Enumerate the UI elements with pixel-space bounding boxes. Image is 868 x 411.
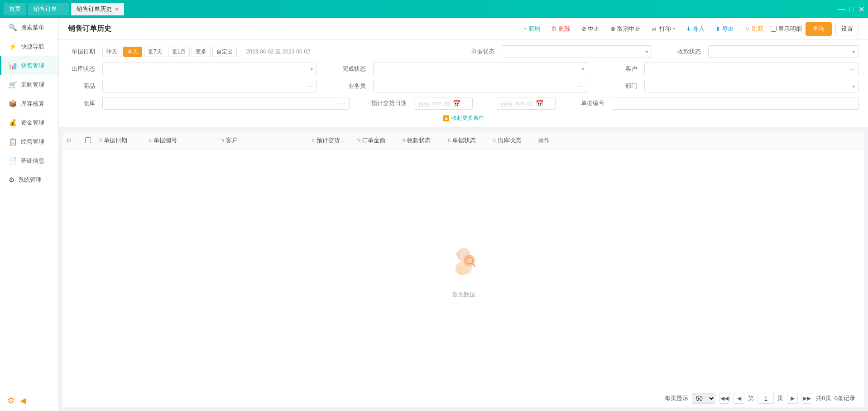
sidebar-item-shortcuts[interactable]: ⚡ 快捷导航 — [0, 37, 58, 56]
th-payment-label: 收款状态 — [407, 136, 431, 145]
th-customer: ⇅ 客户 — [217, 136, 308, 145]
import-button[interactable]: ⬇ 导入 — [682, 23, 708, 35]
tab-home[interactable]: 首页 — [4, 3, 26, 15]
customer-input[interactable]: ··· — [644, 63, 859, 75]
sort-icon-amount[interactable]: ⇅ — [357, 138, 360, 143]
settings-icon[interactable]: ⚙ — [7, 396, 14, 406]
order-status-chevron: ▾ — [646, 49, 648, 54]
sidebar-bottom: ⚙ ◀ — [0, 390, 58, 411]
total-label: 共0页, 0条记录 — [816, 394, 855, 402]
maximize-icon[interactable]: □ — [849, 5, 854, 13]
last-page-button[interactable]: ▶▶ — [801, 393, 812, 404]
warehouse-input[interactable]: ··· — [102, 97, 350, 110]
column-settings-icon[interactable]: ⚙ — [66, 137, 81, 144]
salesman-input[interactable]: ··· — [373, 80, 588, 92]
delivery-status-chevron: ▾ — [311, 67, 313, 72]
select-all-checkbox[interactable] — [81, 137, 95, 143]
sidebar-item-inventory[interactable]: 📦 库存核算 — [0, 94, 58, 113]
sidebar-item-operation[interactable]: 📋 经营管理 — [0, 132, 58, 151]
payment-status-label: 收款状态 — [674, 48, 701, 56]
sidebar-item-finance[interactable]: 💰 资金管理 — [0, 113, 58, 132]
sidebar-item-search[interactable]: 🔍 搜索菜单 — [0, 18, 58, 37]
date-btn-1month[interactable]: 近1月 — [168, 47, 190, 57]
delivery-date-start[interactable]: yyyy-mm-dd 📅 — [414, 97, 473, 110]
empty-illustration — [441, 240, 486, 285]
th-action: 操作 — [534, 136, 861, 145]
first-page-button[interactable]: ◀◀ — [719, 393, 730, 404]
search-icon: 🔍 — [9, 24, 17, 32]
collapse-bar[interactable]: 🔼 收起更多条件 — [68, 114, 859, 122]
stop-button[interactable]: ⊘ 中止 — [578, 23, 604, 35]
sidebar-item-search-label: 搜索菜单 — [21, 24, 44, 32]
page-header: 销售订单历史 + 新增 🗑 删除 ⊘ 中止 ⊗ 取消中止 🖨 🖨 打印 打印 ▾… — [59, 18, 868, 40]
toolbar: + 新增 🗑 删除 ⊘ 中止 ⊗ 取消中止 🖨 🖨 打印 打印 ▾ ⬇ 导入 ⬆… — [520, 22, 859, 36]
sort-icon-num[interactable]: ⇅ — [149, 138, 152, 143]
date-btn-7days[interactable]: 近7天 — [144, 47, 166, 57]
print-icon: 🖨 — [652, 25, 657, 32]
query-button[interactable]: 查询 — [806, 22, 832, 36]
order-status-select[interactable]: ▾ — [502, 45, 652, 58]
sidebar-item-sales[interactable]: 📊 销售管理 — [0, 56, 58, 75]
th-date-label: 单据日期 — [104, 136, 127, 145]
filter-row-2: 出库状态 ▾ 完成状态 ▾ 客户 ··· — [68, 63, 859, 75]
tab-sales-order[interactable]: 销售订单 ✕ — [28, 3, 69, 15]
date-separator: — — [480, 100, 489, 107]
sort-icon-delivery[interactable]: ⇅ — [312, 138, 315, 143]
next-page-button[interactable]: ▶ — [787, 393, 798, 404]
select-all-input[interactable] — [85, 137, 91, 143]
show-detail-input[interactable] — [771, 26, 777, 32]
order-status-label: 单据状态 — [467, 48, 494, 56]
base-icon: 📄 — [9, 157, 17, 165]
delivery-status-select[interactable]: ▾ — [102, 63, 317, 75]
print-button[interactable]: 🖨 🖨 打印 打印 ▾ — [648, 23, 679, 35]
sidebar-item-operation-label: 经营管理 — [21, 138, 44, 146]
date-btn-today[interactable]: 今天 — [123, 47, 142, 57]
cancel-stop-button[interactable]: ⊗ 取消中止 — [607, 23, 644, 35]
sort-icon-payment[interactable]: ⇅ — [402, 138, 406, 143]
order-num-input[interactable] — [612, 97, 859, 110]
page-size-select[interactable]: 50 10 20 100 — [692, 393, 715, 404]
filter-area: 单据日期 昨天 今天 近7天 近1月 更多 自定义 2023-06-02 至 2… — [59, 40, 868, 128]
date-btn-yesterday[interactable]: 昨天 — [102, 47, 121, 57]
window-close-icon[interactable]: ✕ — [858, 5, 864, 14]
minimize-icon[interactable]: — — [838, 5, 845, 13]
th-delivery-label: 预计交货... — [317, 136, 345, 145]
payment-status-select[interactable]: ▾ — [708, 45, 859, 58]
date-label: 单据日期 — [68, 48, 95, 56]
table-body: 暂无数据 — [62, 150, 864, 389]
sort-icon-date[interactable]: ⇅ — [99, 138, 102, 143]
filter-row-1: 单据日期 昨天 今天 近7天 近1月 更多 自定义 2023-06-02 至 2… — [68, 45, 859, 58]
department-chevron: ▾ — [853, 84, 855, 89]
complete-status-select[interactable]: ▾ — [373, 63, 588, 75]
prev-page-button[interactable]: ◀ — [734, 393, 744, 404]
delivery-date-end[interactable]: yyyy-mm-dd 📅 — [497, 97, 556, 110]
th-out: ⇅ 出库状态 — [489, 136, 534, 145]
page-size-label: 每页显示 — [665, 394, 688, 402]
sidebar-item-base[interactable]: 📄 基础信息 — [0, 151, 58, 170]
close-tab-sales-history[interactable]: ✕ — [115, 6, 119, 12]
export-button[interactable]: ⬆ 导出 — [712, 23, 738, 35]
collapse-sidebar-icon[interactable]: ◀ — [20, 396, 26, 406]
close-tab-sales-order[interactable]: ✕ — [60, 6, 64, 12]
department-select[interactable]: ▾ — [644, 80, 859, 92]
date-btn-more[interactable]: 更多 — [192, 47, 211, 57]
delete-button[interactable]: 🗑 删除 — [547, 23, 574, 35]
date-buttons: 昨天 今天 近7天 近1月 更多 自定义 — [102, 47, 237, 57]
refresh-button[interactable]: ↻ 刷新 — [741, 23, 767, 35]
sidebar-item-inventory-label: 库存核算 — [21, 100, 44, 108]
tab-sales-history[interactable]: 销售订单历史 ✕ — [71, 3, 124, 15]
new-button[interactable]: + 新增 — [520, 23, 544, 35]
show-detail-label: 显示明细 — [778, 25, 802, 33]
sidebar-item-system[interactable]: ⚙ 系统管理 — [0, 170, 58, 189]
sort-icon-customer[interactable]: ⇅ — [221, 138, 225, 143]
set-button[interactable]: 设置 — [835, 23, 859, 35]
th-delivery: ⇅ 预计交货... — [308, 136, 353, 145]
page-number-input[interactable] — [758, 393, 774, 404]
product-input[interactable]: ··· — [102, 80, 317, 92]
show-detail-checkbox[interactable]: 显示明细 — [771, 25, 802, 33]
sort-icon-out[interactable]: ⇅ — [493, 138, 496, 143]
sidebar-item-purchase[interactable]: 🛒 采购管理 — [0, 75, 58, 94]
date-btn-custom[interactable]: 自定义 — [212, 47, 237, 57]
calendar-end-icon: 📅 — [536, 100, 543, 107]
sort-icon-status[interactable]: ⇅ — [447, 138, 451, 143]
